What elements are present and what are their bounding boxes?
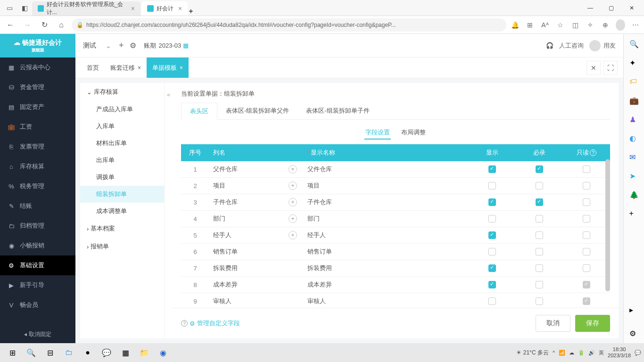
doc-type-item[interactable]: 组装拆卸单 bbox=[80, 186, 164, 203]
sidebar-item-基础设置[interactable]: ⚙基础设置 bbox=[0, 255, 75, 275]
area-tab[interactable]: 表头区 bbox=[181, 103, 217, 120]
readlist-icon[interactable]: ⊕ bbox=[601, 21, 610, 29]
notification-icon[interactable]: 🔔 bbox=[510, 21, 520, 29]
sidebar-item-新手引导[interactable]: ▶新手引导 bbox=[0, 275, 75, 295]
page-tab[interactable]: 账套迁移× bbox=[105, 58, 147, 78]
help-icon[interactable]: ? bbox=[590, 149, 596, 156]
maximize-button[interactable]: ▢ bbox=[601, 5, 621, 11]
fullscreen-icon[interactable]: ⛶ bbox=[603, 61, 618, 75]
collections-icon[interactable]: ✧ bbox=[586, 21, 595, 29]
checkbox[interactable] bbox=[536, 215, 543, 222]
weather-widget[interactable]: ☀ 21°C 多云 bbox=[516, 349, 549, 357]
checkbox[interactable] bbox=[536, 165, 543, 173]
add-icon[interactable]: + bbox=[289, 198, 297, 206]
checkbox[interactable] bbox=[488, 215, 496, 222]
menu-icon[interactable]: ⋯ bbox=[631, 21, 640, 29]
checkbox[interactable] bbox=[583, 165, 590, 173]
checkbox[interactable] bbox=[583, 264, 590, 272]
doc-type-item[interactable]: 调拨单 bbox=[80, 169, 164, 186]
cell-display[interactable]: 审核人 bbox=[304, 293, 469, 308]
shopping-icon[interactable]: 🏷 bbox=[629, 77, 639, 87]
sidebar-item-结账[interactable]: ✎结账 bbox=[0, 196, 75, 216]
doc-type-item[interactable]: 材料出库单 bbox=[80, 135, 164, 152]
close-icon[interactable]: × bbox=[131, 5, 135, 12]
close-icon[interactable]: × bbox=[178, 5, 182, 12]
minimize-button[interactable]: — bbox=[580, 5, 601, 11]
manage-custom-fields-link[interactable]: ? ⚙ 管理自定义字段 bbox=[181, 319, 240, 328]
explorer-icon[interactable]: 🗀 bbox=[59, 343, 78, 362]
chrome-icon[interactable]: ● bbox=[78, 343, 97, 362]
browser-tab-2[interactable]: 好会计 × bbox=[141, 1, 188, 16]
add-icon[interactable]: + bbox=[289, 181, 297, 190]
doc-type-item[interactable]: 入库单 bbox=[80, 118, 164, 135]
checkbox[interactable] bbox=[536, 198, 543, 206]
new-tab-button[interactable]: + bbox=[189, 7, 193, 16]
cell-display[interactable]: 销售订单 bbox=[304, 244, 469, 260]
close-all-icon[interactable]: ✕ bbox=[586, 61, 601, 75]
tray-chevron-icon[interactable]: ^ bbox=[553, 350, 555, 355]
cell-display[interactable]: 成本差异 bbox=[304, 277, 469, 293]
favorite-icon[interactable]: ☆ bbox=[555, 21, 565, 29]
cell-display[interactable]: 经手人 bbox=[304, 227, 469, 244]
cell-display[interactable]: 父件仓库 bbox=[304, 161, 469, 178]
checkbox[interactable] bbox=[583, 231, 590, 239]
page-tab[interactable]: 首页 bbox=[81, 58, 105, 78]
page-tab[interactable]: 单据模板× bbox=[147, 58, 189, 78]
save-button[interactable]: 保存 bbox=[575, 315, 610, 332]
setting-tab[interactable]: 字段设置 bbox=[364, 126, 391, 140]
add-icon[interactable]: + bbox=[289, 231, 297, 239]
sidebar-item-归档管理[interactable]: 🗀归档管理 bbox=[0, 216, 75, 236]
checkbox[interactable] bbox=[488, 264, 496, 272]
taskview-button[interactable]: ⊟ bbox=[41, 343, 59, 362]
fileexplorer-icon[interactable]: 📁 bbox=[135, 343, 154, 362]
checkbox[interactable] bbox=[583, 182, 590, 189]
area-tab[interactable]: 表体区-组装拆卸单子件 bbox=[297, 103, 378, 119]
wechat-icon[interactable]: 💬 bbox=[97, 343, 116, 362]
forward-button[interactable]: → bbox=[21, 21, 34, 29]
sidebar-item-固定资产[interactable]: ▤固定资产 bbox=[0, 97, 75, 117]
workspace-icon[interactable]: ◧ bbox=[17, 4, 32, 12]
personal-icon[interactable]: ▭ bbox=[2, 4, 17, 12]
notification-center-icon[interactable]: 💬 bbox=[635, 350, 641, 356]
sidebar-item-资金管理[interactable]: ⛁资金管理 bbox=[0, 77, 75, 97]
outlook-icon[interactable]: ✉ bbox=[629, 153, 639, 162]
search-button[interactable]: 🔍 bbox=[22, 343, 41, 362]
sidebar-item-税务管理[interactable]: %税务管理 bbox=[0, 176, 75, 196]
ime-indicator[interactable]: 英 bbox=[599, 349, 604, 356]
games-icon[interactable]: ♟ bbox=[629, 115, 639, 124]
send-icon[interactable]: ➤ bbox=[629, 172, 639, 181]
checkbox[interactable] bbox=[583, 198, 590, 206]
cell-display[interactable]: 子件仓库 bbox=[304, 194, 469, 211]
headset-icon[interactable]: 🎧 bbox=[546, 42, 553, 49]
setting-tab[interactable]: 布局调整 bbox=[400, 126, 427, 140]
doc-type-item[interactable]: 出库单 bbox=[80, 152, 164, 169]
cell-display[interactable]: 部门 bbox=[304, 211, 469, 227]
cell-display[interactable]: 项目 bbox=[304, 178, 469, 194]
cloud-icon[interactable]: ☁ bbox=[569, 350, 574, 356]
sidebar-item-畅会员[interactable]: V畅会员 bbox=[0, 295, 75, 315]
profile-avatar[interactable] bbox=[616, 19, 625, 31]
volume-icon[interactable]: 🔊 bbox=[588, 350, 595, 356]
search-icon[interactable]: 🔍 bbox=[629, 40, 639, 49]
start-button[interactable]: ⊞ bbox=[3, 343, 22, 362]
period-value[interactable]: 2023-03 bbox=[159, 42, 182, 49]
close-icon[interactable]: × bbox=[138, 65, 141, 71]
cell-display[interactable]: 拆装费用 bbox=[304, 260, 469, 277]
cancel-button[interactable]: 取消 bbox=[536, 315, 570, 332]
browser-tab-1[interactable]: 好会计云财务软件管理系统_会计... × bbox=[32, 1, 140, 16]
group-expense[interactable]: ›报销单 bbox=[80, 238, 164, 255]
org-selector[interactable]: 测试 ⌄ bbox=[83, 41, 111, 50]
checkbox[interactable] bbox=[488, 198, 496, 206]
consult-link[interactable]: 人工咨询 bbox=[559, 41, 584, 50]
checkbox[interactable] bbox=[536, 297, 543, 305]
doc-type-item[interactable]: 产成品入库单 bbox=[80, 101, 164, 118]
calendar-icon[interactable]: ▦ bbox=[116, 343, 135, 362]
checkbox[interactable] bbox=[536, 248, 543, 255]
checkbox[interactable] bbox=[536, 264, 543, 272]
wifi-icon[interactable]: 📶 bbox=[559, 350, 565, 356]
area-tab[interactable]: 表体区-组装拆卸单父件 bbox=[217, 103, 297, 119]
close-icon[interactable]: × bbox=[180, 65, 183, 71]
add-sidebar-icon[interactable]: + bbox=[629, 209, 639, 219]
group-inventory[interactable]: ⌄库存核算 bbox=[80, 83, 164, 101]
home-button[interactable]: ⌂ bbox=[55, 21, 68, 29]
